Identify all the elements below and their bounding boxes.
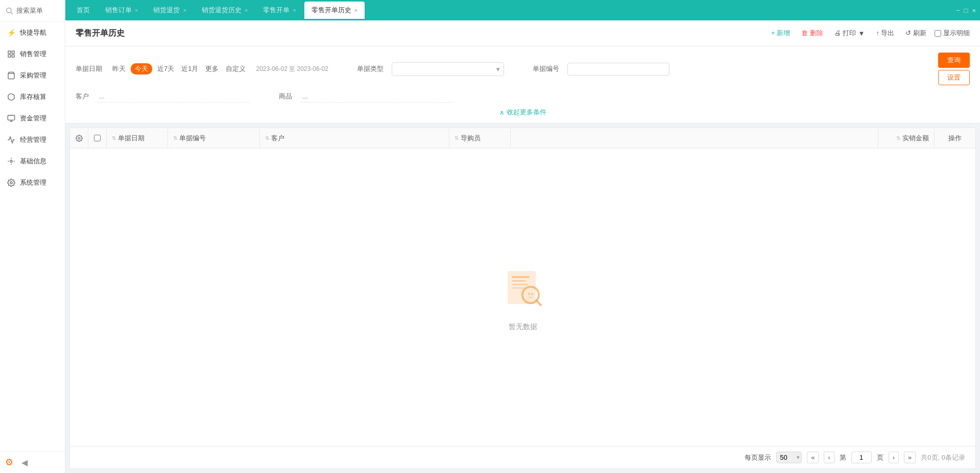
sort-icon-date: ⇅: [112, 135, 116, 141]
window-close[interactable]: ×: [972, 7, 976, 14]
svg-rect-3: [12, 51, 14, 54]
tab-close-sales-order[interactable]: ×: [135, 7, 138, 13]
sales-mgmt-icon: [7, 49, 16, 59]
check-all-input[interactable]: [94, 135, 101, 141]
col-order-no-header[interactable]: ⇅ 单据编号: [168, 128, 260, 148]
sidebar-item-purchase-mgmt[interactable]: 采购管理: [0, 65, 65, 86]
svg-point-22: [531, 293, 533, 295]
col-check-all[interactable]: [88, 128, 107, 148]
query-settings-group: 查询 设置: [938, 53, 970, 85]
col-amount-header[interactable]: ⇅ 实销金额: [878, 128, 935, 148]
date-yesterday[interactable]: 昨天: [110, 63, 128, 74]
sort-icon-guide: ⇅: [455, 135, 459, 141]
goods-filter-label: 商品: [279, 92, 292, 101]
date-filter-label: 单据日期: [76, 64, 102, 73]
col-guide-header[interactable]: ⇅ 导购员: [449, 128, 511, 148]
date-last7[interactable]: 近7天: [155, 63, 176, 74]
filter-row-1: 单据日期 昨天 今天 近7天 近1月 更多 自定义 2023-06-02 至 2…: [76, 53, 970, 85]
tab-sales-return[interactable]: 销货退货 ×: [146, 2, 193, 19]
sidebar-item-sys-mgmt[interactable]: 系统管理: [0, 172, 65, 193]
sidebar-item-label: 基础信息: [20, 157, 46, 166]
delete-button[interactable]: 🗑 删除: [798, 27, 826, 40]
svg-rect-17: [512, 287, 524, 289]
first-page-button[interactable]: «: [807, 452, 819, 463]
refresh-button[interactable]: ↺ 刷新: [902, 27, 929, 40]
empty-text: 暂无数据: [509, 322, 537, 332]
sidebar-search-label: 搜索菜单: [16, 6, 43, 15]
show-detail-checkbox[interactable]: 显示明细: [935, 29, 970, 38]
finance-icon: [7, 114, 16, 123]
tab-close-retail-open[interactable]: ×: [293, 7, 296, 13]
collapse-button[interactable]: ∧ 收起更多条件: [499, 108, 546, 117]
add-button[interactable]: + 新增: [768, 27, 793, 40]
date-custom[interactable]: 自定义: [224, 63, 248, 74]
show-detail-input[interactable]: [935, 30, 941, 37]
svg-point-10: [10, 160, 12, 162]
next-page-button[interactable]: ›: [889, 452, 899, 463]
export-button[interactable]: ↑ 导出: [873, 27, 897, 40]
svg-rect-4: [8, 55, 11, 57]
svg-point-11: [10, 182, 12, 184]
empty-state: 暂无数据: [70, 148, 975, 446]
col-flex-header: [511, 128, 878, 148]
sidebar-item-quick-nav[interactable]: ⚡ 快捷导航: [0, 22, 65, 43]
sidebar-item-inventory[interactable]: 库存核算: [0, 86, 65, 108]
page-size-select[interactable]: 50 10 20 100: [776, 452, 802, 463]
tab-sales-return-history[interactable]: 销货退货历史 ×: [195, 2, 255, 19]
pagination-summary: 共0页, 0条记录: [921, 453, 965, 462]
purchase-mgmt-icon: [7, 71, 16, 80]
last-page-button[interactable]: »: [904, 452, 916, 463]
page-size-wrapper: 50 10 20 100 ▾: [776, 452, 802, 463]
svg-rect-14: [512, 276, 530, 278]
tab-sales-order[interactable]: 销售订单 ×: [98, 2, 145, 19]
tab-home[interactable]: 首页: [69, 2, 97, 19]
date-last-month[interactable]: 近1月: [179, 63, 200, 74]
sidebar-item-label: 经营管理: [20, 135, 46, 144]
query-button[interactable]: 查询: [938, 53, 970, 68]
svg-rect-5: [12, 55, 14, 57]
tab-close-retail-open-history[interactable]: ×: [354, 7, 357, 13]
sidebar-item-business[interactable]: 经营管理: [0, 129, 65, 151]
date-today[interactable]: 今天: [131, 63, 152, 74]
quick-nav-icon: ⚡: [7, 28, 16, 37]
customer-input[interactable]: [97, 90, 250, 103]
basic-info-icon: [7, 157, 16, 166]
sidebar-collapse-icon[interactable]: ◀: [21, 458, 28, 467]
col-customer-header[interactable]: ⇅ 客户: [260, 128, 449, 148]
sidebar-search[interactable]: 搜索菜单: [0, 0, 65, 22]
tab-retail-open[interactable]: 零售开单 ×: [256, 2, 303, 19]
tab-close-sales-return[interactable]: ×: [183, 7, 186, 13]
col-date-header[interactable]: ⇅ 单据日期: [107, 128, 168, 148]
page-number-input[interactable]: [851, 452, 872, 463]
sidebar-item-basic-info[interactable]: 基础信息: [0, 151, 65, 172]
sort-icon-customer: ⇅: [265, 135, 269, 141]
order-type-select[interactable]: [392, 62, 504, 76]
tabs-bar: 首页 销售订单 × 销货退货 × 销货退货历史 × 零售开单 × 零售开单历史 …: [65, 0, 980, 20]
main: 首页 销售订单 × 销货退货 × 销货退货历史 × 零售开单 × 零售开单历史 …: [65, 0, 980, 473]
date-more[interactable]: 更多: [203, 63, 221, 74]
business-icon: [7, 135, 16, 144]
order-no-input[interactable]: [567, 63, 670, 76]
tab-retail-open-history[interactable]: 零售开单历史 ×: [304, 2, 365, 19]
sidebar-item-finance[interactable]: 资金管理: [0, 108, 65, 129]
sidebar-item-sales-mgmt[interactable]: 销售管理: [0, 43, 65, 65]
sort-icon-amount: ⇅: [896, 135, 900, 141]
filter-row-2: 客户 商品: [76, 90, 970, 103]
svg-line-1: [11, 12, 12, 14]
table-wrapper: ⇅ 单据日期 ⇅ 单据编号 ⇅ 客户 ⇅ 导购员 ⇅ 实销: [69, 128, 976, 469]
empty-illustration: [497, 263, 548, 314]
prev-page-button[interactable]: ‹: [824, 452, 834, 463]
sidebar-settings-icon[interactable]: ⚙: [5, 457, 13, 468]
table-header: ⇅ 单据日期 ⇅ 单据编号 ⇅ 客户 ⇅ 导购员 ⇅ 实销: [70, 128, 975, 148]
print-button[interactable]: 🖨 打印 ▼: [831, 27, 868, 40]
col-settings[interactable]: [70, 128, 88, 148]
window-maximize[interactable]: □: [964, 7, 968, 14]
goods-input[interactable]: [300, 90, 453, 103]
date-options: 昨天 今天 近7天 近1月 更多 自定义: [110, 63, 248, 74]
window-minimize[interactable]: −: [956, 7, 960, 14]
tab-close-sales-return-history[interactable]: ×: [245, 7, 248, 13]
page-label-pre: 第: [840, 453, 846, 462]
settings-button[interactable]: 设置: [938, 70, 970, 85]
pagination-bar: 每页显示 50 10 20 100 ▾ « ‹ 第 页 › » 共0页,: [70, 446, 975, 468]
svg-rect-2: [8, 51, 11, 54]
